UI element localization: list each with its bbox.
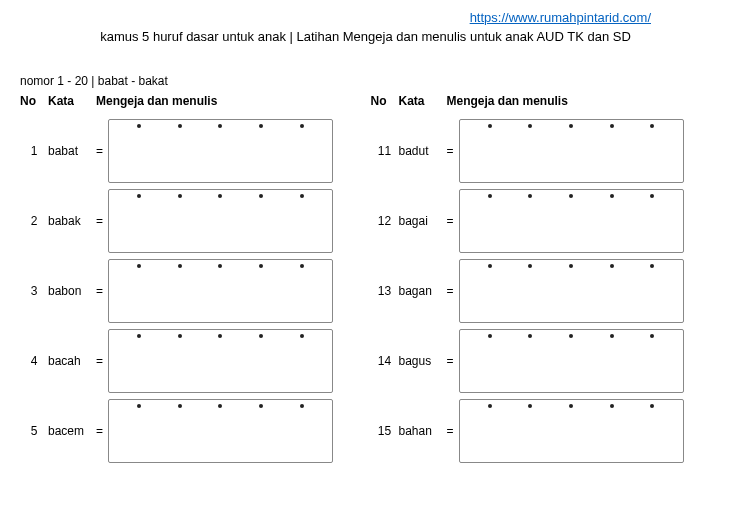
- equals-sign: =: [96, 354, 108, 368]
- row-word: bahan: [399, 424, 447, 438]
- trace-box: b a d u t: [459, 119, 684, 183]
- header-kata: Kata: [48, 94, 96, 108]
- trace-box: b a g a n: [459, 259, 684, 323]
- row-number: 1: [20, 144, 48, 158]
- row-word: bacem: [48, 424, 96, 438]
- row-word: babat: [48, 144, 96, 158]
- row-number: 14: [371, 354, 399, 368]
- trace-letters: b a b o n: [115, 273, 333, 323]
- row-number: 11: [371, 144, 399, 158]
- trace-letters: b a g a i: [466, 203, 684, 253]
- column-header: No Kata Mengeja dan menulis: [20, 94, 361, 108]
- word-row: 4 bacah = b a c a h: [20, 326, 361, 396]
- equals-sign: =: [96, 424, 108, 438]
- equals-sign: =: [96, 214, 108, 228]
- trace-box: b a g a i: [459, 189, 684, 253]
- row-number: 3: [20, 284, 48, 298]
- equals-sign: =: [447, 424, 459, 438]
- equals-sign: =: [447, 354, 459, 368]
- trace-letters: b a c e m: [115, 413, 333, 463]
- trace-box: b a c a h: [108, 329, 333, 393]
- row-number: 12: [371, 214, 399, 228]
- row-number: 15: [371, 424, 399, 438]
- word-row: 13 bagan = b a g a n: [371, 256, 712, 326]
- word-row: 2 babak = b a b a k: [20, 186, 361, 256]
- row-word: bagai: [399, 214, 447, 228]
- trace-box: b a b a t: [108, 119, 333, 183]
- word-row: 14 bagus = b a g u s: [371, 326, 712, 396]
- column-header: No Kata Mengeja dan menulis: [371, 94, 712, 108]
- equals-sign: =: [447, 284, 459, 298]
- equals-sign: =: [96, 284, 108, 298]
- word-row: 5 bacem = b a c e m: [20, 396, 361, 466]
- row-word: babak: [48, 214, 96, 228]
- row-word: bagan: [399, 284, 447, 298]
- row-word: babon: [48, 284, 96, 298]
- row-word: badut: [399, 144, 447, 158]
- equals-sign: =: [447, 144, 459, 158]
- range-label: nomor 1 - 20 | babat - bakat: [20, 74, 711, 88]
- row-word: bacah: [48, 354, 96, 368]
- word-row: 1 babat = b a b a t: [20, 116, 361, 186]
- equals-sign: =: [96, 144, 108, 158]
- row-number: 13: [371, 284, 399, 298]
- trace-letters: b a b a k: [115, 203, 333, 253]
- word-row: 3 babon = b a b o n: [20, 256, 361, 326]
- trace-box: b a h a n: [459, 399, 684, 463]
- header-link-container: https://www.rumahpintarid.com/: [20, 10, 711, 25]
- trace-box: b a c e m: [108, 399, 333, 463]
- column-left: No Kata Mengeja dan menulis 1 babat = b …: [20, 94, 361, 466]
- word-row: 12 bagai = b a g a i: [371, 186, 712, 256]
- page-title: kamus 5 huruf dasar untuk anak | Latihan…: [20, 29, 711, 44]
- trace-letters: b a g u s: [466, 343, 684, 393]
- header-no: No: [371, 94, 399, 108]
- trace-letters: b a d u t: [466, 133, 684, 183]
- row-number: 2: [20, 214, 48, 228]
- header-mengeja: Mengeja dan menulis: [96, 94, 361, 108]
- trace-letters: b a c a h: [115, 343, 333, 393]
- trace-letters: b a g a n: [466, 273, 684, 323]
- source-link[interactable]: https://www.rumahpintarid.com/: [470, 10, 651, 25]
- header-kata: Kata: [399, 94, 447, 108]
- trace-letters: b a h a n: [466, 413, 684, 463]
- trace-letters: b a b a t: [115, 133, 333, 183]
- header-no: No: [20, 94, 48, 108]
- row-number: 4: [20, 354, 48, 368]
- equals-sign: =: [447, 214, 459, 228]
- word-row: 15 bahan = b a h a n: [371, 396, 712, 466]
- trace-box: b a b o n: [108, 259, 333, 323]
- trace-box: b a b a k: [108, 189, 333, 253]
- worksheet: No Kata Mengeja dan menulis 1 babat = b …: [20, 94, 711, 466]
- header-mengeja: Mengeja dan menulis: [447, 94, 712, 108]
- row-word: bagus: [399, 354, 447, 368]
- row-number: 5: [20, 424, 48, 438]
- column-right: No Kata Mengeja dan menulis 11 badut = b…: [371, 94, 712, 466]
- trace-box: b a g u s: [459, 329, 684, 393]
- word-row: 11 badut = b a d u t: [371, 116, 712, 186]
